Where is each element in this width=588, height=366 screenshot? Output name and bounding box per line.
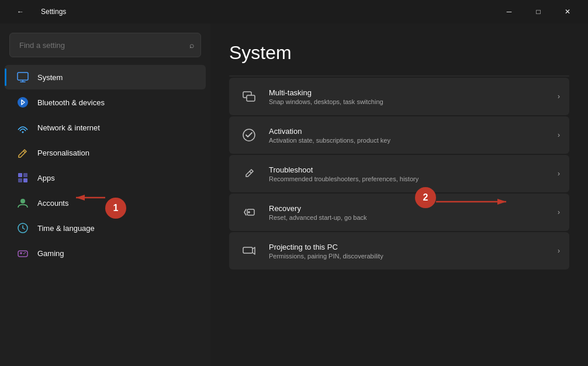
sidebar-item-apps[interactable]: Apps (5, 165, 206, 190)
settings-item-activation[interactable]: Activation Activation state, subscriptio… (229, 116, 569, 154)
settings-item-projecting[interactable]: Projecting to this PC Permissions, pairi… (229, 232, 569, 270)
svg-rect-6 (18, 173, 22, 177)
search-input[interactable] (9, 33, 201, 57)
sidebar-item-time[interactable]: Time & language (5, 216, 206, 240)
search-box: ⌕ (9, 33, 201, 57)
multitasking-chevron: › (558, 92, 560, 101)
accounts-icon (16, 196, 29, 209)
activation-text: Activation Activation state, subscriptio… (269, 127, 548, 144)
time-icon (16, 222, 29, 234)
settings-item-troubleshoot[interactable]: Troubleshoot Recommended troubleshooters… (229, 155, 569, 192)
sidebar-item-accounts[interactable]: Accounts (5, 191, 206, 215)
app-title: Settings (41, 8, 66, 16)
personalisation-icon (16, 146, 29, 159)
svg-rect-9 (23, 178, 27, 182)
minimize-button[interactable]: ─ (496, 2, 523, 21)
system-icon (16, 71, 29, 84)
projecting-chevron: › (558, 247, 560, 255)
activation-title: Activation (269, 127, 548, 136)
troubleshoot-icon (238, 163, 260, 184)
multitasking-icon (238, 86, 260, 107)
multitasking-desc: Snap windows, desktops, task switching (269, 98, 548, 105)
svg-rect-0 (18, 72, 28, 80)
sidebar-item-bluetooth[interactable]: Bluetooth & devices (5, 90, 206, 115)
sidebar-item-network[interactable]: Network & internet (5, 115, 206, 140)
svg-point-4 (22, 132, 24, 133)
main-panel: System Multi-tasking Snap windows, deskt… (210, 23, 588, 366)
projecting-title: Projecting to this PC (269, 243, 548, 251)
multitasking-text: Multi-tasking Snap windows, desktops, ta… (269, 88, 548, 105)
svg-point-18 (23, 253, 25, 254)
multitasking-title: Multi-tasking (269, 88, 548, 97)
sidebar-label-system: System (37, 73, 63, 82)
settings-list: Multi-tasking Snap windows, desktops, ta… (229, 78, 569, 270)
activation-chevron: › (558, 131, 560, 139)
settings-item-multitasking[interactable]: Multi-tasking Snap windows, desktops, ta… (229, 78, 569, 115)
content-area: ⌕ System Bluetooth & devices Network & i… (0, 23, 588, 366)
sidebar-label-personalisation: Personalisation (37, 149, 89, 157)
recovery-chevron: › (558, 208, 560, 216)
projecting-text: Projecting to this PC Permissions, pairi… (269, 243, 548, 260)
svg-point-3 (18, 97, 28, 108)
apps-icon (16, 171, 29, 184)
svg-rect-14 (18, 251, 27, 257)
titlebar: ← Settings ─ □ ✕ (0, 0, 588, 23)
projecting-icon (238, 240, 260, 261)
settings-window: ← Settings ─ □ ✕ ⌕ System Bluetooth & de… (0, 0, 588, 366)
recovery-text: Recovery Reset, advanced start-up, go ba… (269, 204, 548, 221)
activation-icon (238, 125, 260, 146)
settings-item-recovery[interactable]: Recovery Reset, advanced start-up, go ba… (229, 194, 569, 231)
sidebar-label-apps: Apps (37, 174, 55, 182)
svg-rect-22 (247, 95, 255, 101)
search-icon: ⌕ (189, 40, 194, 50)
sidebar-label-bluetooth: Bluetooth & devices (37, 98, 105, 107)
sidebar-item-system[interactable]: System (5, 65, 206, 89)
activation-desc: Activation state, subscriptions, product… (269, 137, 548, 144)
window-controls: ─ □ ✕ (496, 2, 581, 21)
svg-rect-7 (23, 173, 27, 177)
sidebar-item-personalisation[interactable]: Personalisation (5, 140, 206, 165)
troubleshoot-text: Troubleshoot Recommended troubleshooters… (269, 165, 548, 182)
maximize-button[interactable]: □ (525, 2, 552, 21)
top-divider (229, 75, 569, 77)
recovery-icon (238, 202, 260, 223)
troubleshoot-desc: Recommended troubleshooters, preferences… (269, 175, 548, 182)
sidebar-label-time: Time & language (37, 224, 95, 233)
close-button[interactable]: ✕ (554, 2, 581, 21)
svg-point-17 (25, 252, 26, 253)
bluetooth-icon (16, 96, 29, 109)
titlebar-left: ← Settings (7, 2, 66, 21)
sidebar: ⌕ System Bluetooth & devices Network & i… (0, 23, 210, 366)
gaming-icon (16, 247, 29, 260)
sidebar-item-gaming[interactable]: Gaming (5, 241, 206, 265)
sidebar-label-network: Network & internet (37, 123, 100, 132)
troubleshoot-chevron: › (558, 170, 560, 178)
page-title: System (229, 23, 569, 75)
projecting-desc: Permissions, pairing PIN, discoverabilit… (269, 253, 548, 260)
network-icon (16, 121, 29, 134)
svg-rect-27 (243, 247, 253, 253)
back-button[interactable]: ← (7, 2, 34, 21)
recovery-desc: Reset, advanced start-up, go back (269, 214, 548, 221)
svg-rect-8 (18, 178, 22, 182)
nav-list: System Bluetooth & devices Network & int… (0, 64, 210, 266)
troubleshoot-title: Troubleshoot (269, 165, 548, 174)
sidebar-label-accounts: Accounts (37, 199, 68, 208)
svg-line-5 (23, 151, 25, 153)
recovery-title: Recovery (269, 204, 548, 213)
svg-line-13 (23, 228, 25, 229)
svg-point-10 (20, 199, 25, 203)
sidebar-label-gaming: Gaming (37, 249, 64, 258)
